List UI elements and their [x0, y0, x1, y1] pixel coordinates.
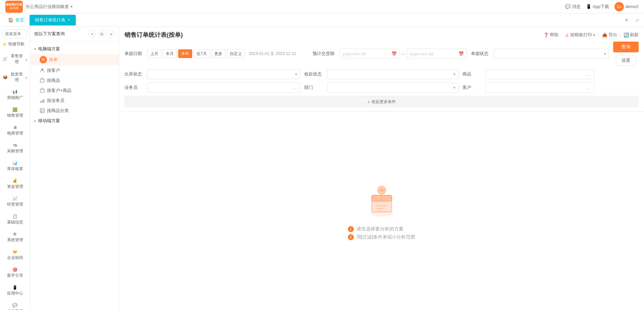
sidebar-item-operation[interactable]: 📈 经营管理	[0, 193, 30, 211]
sidebar-item-marketing[interactable]: 📢 营销推广	[0, 86, 30, 104]
sidebar-item-sales[interactable]: 💹 销售管理	[0, 104, 30, 122]
filter-top: 销售订单统计表(按单) ❓ 帮助 | 🖨 按模板打印 ▾	[119, 27, 644, 112]
sidebar-item-ecommerce[interactable]: 🖥 电商管理	[0, 122, 30, 140]
delivery-start-input[interactable]: yyyy-mm-dd 📅	[339, 49, 400, 59]
collapse-label: 收起更多条件	[372, 99, 396, 105]
appstore-icon: 📱	[12, 285, 17, 290]
quick-nav-icon: ⚡	[2, 42, 7, 47]
filter-field-delivery: 预计交货期 yyyy-mm-dd 📅 — yyyy-mm-dd	[313, 49, 467, 59]
delivery-start-text: yyyy-mm-dd	[342, 51, 366, 56]
out-status-label: 出库状态	[124, 71, 145, 77]
date-btn-this-month[interactable]: 本月	[163, 49, 177, 58]
avatar: Ea	[614, 2, 624, 11]
tree-group-pc-header[interactable]: ▾ 电脑端方案	[30, 44, 119, 54]
pay-status-dropdown-icon: ▾	[453, 72, 455, 76]
tab-home[interactable]: 🏠 首页	[3, 15, 30, 25]
delivery-end-input[interactable]: yyyy-mm-dd 📅	[407, 49, 467, 59]
salesman-input[interactable]: ...	[147, 83, 300, 93]
scheme-settings-btn[interactable]: ⊙	[98, 30, 105, 38]
tab-sales-order-stat[interactable]: 销售订单统计表 ✕	[30, 15, 76, 25]
salesman-multiselect-icon[interactable]: ...	[292, 85, 297, 90]
sidebar-item-system[interactable]: ⚙ 系统管理	[0, 228, 30, 246]
salesman-label: 业务员	[124, 85, 145, 91]
export-icon: 📤	[602, 33, 607, 38]
sidebar-item-quick-nav[interactable]: ⚡ 快捷导航	[0, 40, 30, 49]
tree-item-by-order[interactable]: 按 按单	[30, 54, 119, 65]
date-btn-this-year[interactable]: 本年	[178, 49, 192, 58]
help-btn[interactable]: ❓ 帮助	[543, 32, 558, 38]
goods-multiselect-icon[interactable]: ...	[587, 72, 591, 77]
refresh-icon: 🔄	[624, 33, 629, 38]
logo-text: 畅捷通好生意	[6, 3, 22, 6]
filter-top-header: 销售订单统计表(按单) ❓ 帮助 | 🖨 按模板打印 ▾	[124, 31, 639, 39]
date-btn-more[interactable]: 更多	[211, 49, 225, 58]
by-customer-icon	[40, 68, 45, 73]
help-icon: ❓	[543, 33, 549, 38]
topbar-arrow[interactable]: ▾	[70, 4, 73, 9]
sidebar-item-inventory[interactable]: 📊 库存核算	[0, 157, 30, 175]
tree-item-by-product[interactable]: 按商品	[30, 75, 119, 86]
user-menu[interactable]: Ea demo2	[614, 2, 639, 11]
scheme-collapse-btn[interactable]: «	[107, 30, 115, 38]
sidebar-item-basic[interactable]: 📋 基础信息	[0, 211, 30, 228]
tab-close-window[interactable]: ✕	[623, 16, 631, 24]
query-btn[interactable]: 查询	[613, 42, 639, 52]
customer-multiselect-icon[interactable]: ...	[587, 85, 591, 90]
tabbar-actions: ✕ ⤢	[623, 16, 641, 24]
date-btn-7days[interactable]: 近7天	[194, 49, 210, 58]
sidebar-item-wechat[interactable]: 💬 企业微信	[0, 300, 30, 310]
message-icon: 💬	[565, 4, 571, 9]
topbar: 畅捷通好生意 标准版 办公用品行业模拟账套 ▾ 💬 消息 📱 App下载 Ea …	[0, 0, 644, 13]
out-status-select[interactable]: ▾	[147, 69, 300, 79]
filter-top-actions: ❓ 帮助 | 🖨 按模板打印 ▾ | 📤	[543, 32, 639, 38]
set-btn[interactable]: 设置	[616, 55, 636, 66]
svg-rect-2	[40, 89, 44, 92]
by-cust-prod-icon	[40, 88, 45, 93]
topbar-left: 畅捷通好生意 标准版 办公用品行业模拟账套 ▾	[5, 1, 73, 13]
customer-input[interactable]: ...	[485, 83, 594, 93]
sidebar-item-retail[interactable]: 🛒 零售管理 ▴	[0, 50, 30, 68]
scheme-add-btn[interactable]: +	[89, 30, 96, 38]
sidebar-item-finance[interactable]: 💰 资金管理	[0, 175, 30, 193]
tab-expand-window[interactable]: ⤢	[633, 16, 641, 24]
sidebar-search-wrapper	[0, 27, 30, 40]
empty-illustration	[362, 182, 402, 222]
tree-group-arrow-icon: ▾	[34, 47, 36, 51]
sidebar-item-appstore[interactable]: 📱 应用中心	[0, 282, 30, 300]
filter-row-2: 出库状态 ▾ 收款状态 ▾	[124, 69, 639, 79]
wholesale-icon: 📦	[3, 75, 8, 80]
by-product-icon	[40, 78, 45, 83]
sidebar: ⚡ 快捷导航 🛒 零售管理 ▴ 📦 批发管理 ▴ 📢 营销推广 💹 销售管理 🖥…	[0, 27, 30, 310]
sidebar-item-purchase[interactable]: 🛍 采购管理	[0, 140, 30, 157]
step-2-icon: 2	[348, 234, 354, 240]
search-input[interactable]	[3, 30, 27, 38]
main-layout: ⚡ 快捷导航 🛒 零售管理 ▴ 📦 批发管理 ▴ 📢 营销推广 💹 销售管理 🖥…	[0, 27, 644, 310]
filter-field-status: 单据状态 ▾	[471, 49, 609, 59]
pay-status-select[interactable]: ▾	[327, 69, 459, 79]
goods-input[interactable]: ...	[485, 69, 594, 79]
tree-group-pc-label: 电脑端方案	[38, 46, 60, 52]
sidebar-item-wholesale[interactable]: 📦 批发管理 ▴	[0, 68, 30, 86]
date-range-display: 2023-01-01 至 2023-12-31	[249, 51, 296, 57]
date-btn-prev-month[interactable]: 上月	[147, 49, 161, 58]
status-select[interactable]: ▾	[494, 49, 609, 59]
tree-item-by-salesman[interactable]: 按业务员	[30, 96, 119, 106]
refresh-btn[interactable]: 🔄 刷新	[624, 32, 639, 38]
tabbar: 🏠 首页 销售订单统计表 ✕ ✕ ⤢	[0, 13, 644, 27]
sidebar-item-enterprise[interactable]: 🤝 企业协同	[0, 246, 30, 264]
date-btn-custom[interactable]: 自定义	[227, 49, 245, 58]
filter-row-3: 业务员 ... 部门 ▾	[124, 83, 639, 93]
collapse-bar[interactable]: ∧ 收起更多条件	[124, 96, 639, 107]
message-btn[interactable]: 💬 消息	[565, 4, 581, 10]
app-download-btn[interactable]: 📱 App下载	[586, 4, 609, 10]
tree-group-mobile-header[interactable]: ▸ 移动端方案	[30, 116, 119, 126]
tree-item-by-cust-prod[interactable]: 按客户+商品	[30, 86, 119, 96]
tab-close-icon[interactable]: ✕	[67, 18, 70, 22]
svg-rect-1	[40, 79, 44, 82]
sidebar-item-newbie[interactable]: 🎯 新手引导	[0, 264, 30, 282]
dept-select[interactable]: ▾	[327, 83, 459, 93]
print-btn[interactable]: 🖨 按模板打印 ▾	[565, 32, 595, 38]
tree-item-by-customer[interactable]: 按客户	[30, 65, 119, 75]
export-btn[interactable]: 📤 导出	[602, 32, 617, 38]
tree-item-by-category[interactable]: 按商品分类	[30, 106, 119, 116]
